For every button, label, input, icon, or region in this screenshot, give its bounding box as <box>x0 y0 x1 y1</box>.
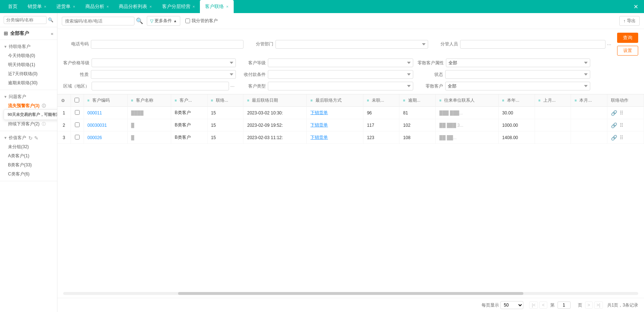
sort-icon-ld[interactable]: ≡ <box>247 98 249 102</box>
nature-select[interactable] <box>91 70 236 79</box>
person-input[interactable] <box>460 40 605 49</box>
payment-select[interactable] <box>268 70 413 79</box>
tab-purchase[interactable]: 进货单 × <box>51 0 80 13</box>
sort-icon-code[interactable]: ≡ <box>88 98 90 102</box>
table-settings-icon[interactable]: ⚙ <box>61 98 65 103</box>
price-level-select[interactable] <box>92 58 236 67</box>
select-all-checkbox[interactable] <box>75 98 79 102</box>
sidebar-item-overdue[interactable]: 逾期未联络(30) <box>0 78 57 88</box>
phone-input[interactable] <box>91 40 243 49</box>
sidebar-section-pending-title[interactable]: ▼ 待联络客户 <box>0 42 57 51</box>
sidebar-item-churn-warning[interactable]: 流失预警客户(3) ⓘ 90天未交易的客户，可能有流失风险。 <box>0 101 49 110</box>
row-link-icon-2[interactable]: 🔗 <box>611 135 617 141</box>
row-checkbox-2[interactable] <box>71 131 84 144</box>
col-select-all[interactable] <box>71 94 84 107</box>
tab-sales[interactable]: 销货单 × <box>23 0 51 13</box>
tab-customer-contact-close[interactable]: × <box>226 4 228 9</box>
horizontal-scrollbar[interactable] <box>63 292 638 295</box>
row-last-method-1[interactable]: 下销货单 <box>307 119 363 131</box>
sidebar-item-declining[interactable]: 持续下滑客户(2) ⓘ <box>0 119 57 129</box>
tab-product-analysis-close[interactable]: × <box>106 4 109 9</box>
scrollbar-thumb[interactable] <box>178 292 523 295</box>
my-customers-check-label[interactable]: 我分管的客户 <box>185 18 218 24</box>
next-page-button[interactable]: > <box>585 301 593 309</box>
sort-icon-lmo[interactable]: ≡ <box>539 98 541 102</box>
status-select[interactable] <box>445 70 590 79</box>
first-page-button[interactable]: |< <box>529 301 538 309</box>
sidebar-item-ungrouped[interactable]: 未分组(32) <box>0 142 57 151</box>
col-settings[interactable]: ⚙ <box>57 94 71 107</box>
sidebar-collapse-icon[interactable]: « <box>51 31 53 36</box>
tab-customer-tier[interactable]: 客户分层经营 × <box>157 0 200 13</box>
row-link-icon-0[interactable]: 🔗 <box>611 110 617 116</box>
row-code-1[interactable]: 00030031 <box>84 119 127 131</box>
page-number-input[interactable] <box>558 301 571 309</box>
row-checkbox-1[interactable] <box>71 119 84 131</box>
row-more-icon-1[interactable]: ⠿ <box>620 122 623 128</box>
sidebar-item-tomorrow[interactable]: 明天待联络(1) <box>0 60 57 69</box>
per-page-select[interactable]: 50 100 200 <box>500 301 523 309</box>
tab-purchase-close[interactable]: × <box>73 4 75 9</box>
region-more-icon[interactable]: ··· <box>229 83 236 89</box>
row-name-0: ████ <box>127 107 171 119</box>
sort-icon-cp[interactable]: ≡ <box>439 98 442 102</box>
sidebar-section-value-title[interactable]: ▼ 价值客户 ↻ ✎ <box>0 133 57 142</box>
sidebar-item-b-class[interactable]: B类客户(33) <box>0 161 57 170</box>
row-more-icon-0[interactable]: ⠿ <box>620 110 623 116</box>
sidebar-search-icon[interactable]: 🔍 <box>48 17 53 23</box>
sort-icon-od[interactable]: ≡ <box>403 98 405 102</box>
row-checkbox-0[interactable] <box>71 107 84 119</box>
customer-level-select[interactable] <box>268 58 413 67</box>
sort-icon-cc[interactable]: ≡ <box>211 98 213 102</box>
tab-sales-close[interactable]: × <box>44 4 46 9</box>
edit-icon[interactable]: ✎ <box>34 135 39 141</box>
tab-product-analysis[interactable]: 商品分析 × <box>80 0 114 13</box>
filter-search-button[interactable]: 🔍 <box>136 17 143 24</box>
scatter-select[interactable]: 全部 <box>445 82 590 90</box>
prev-page-button[interactable]: < <box>539 301 547 309</box>
row-code-0[interactable]: 000011 <box>84 107 127 119</box>
sort-icon-uc[interactable]: ≡ <box>367 98 369 102</box>
sidebar-section-problem: ▼ 问题客户 流失预警客户(3) ⓘ 90天未交易的客户，可能有流失风险。 已流… <box>0 90 57 131</box>
row-link-icon-1[interactable]: 🔗 <box>611 122 617 128</box>
refresh-icon[interactable]: ↻ <box>28 135 33 141</box>
row-last-method-2[interactable]: 下销货单 <box>307 131 363 144</box>
last-page-button[interactable]: >| <box>594 301 603 309</box>
more-conditions-button[interactable]: ▽ 更多条件 ▲ <box>147 16 180 26</box>
export-button[interactable]: ↑ 导出 <box>619 16 640 26</box>
settings-button[interactable]: 设置 <box>617 46 638 56</box>
row-last-method-0[interactable]: 下销货单 <box>307 107 363 119</box>
region-input[interactable] <box>92 82 229 90</box>
tab-product-list-close[interactable]: × <box>149 4 152 9</box>
tab-product-list[interactable]: 商品分析列表 × <box>114 0 157 13</box>
sort-icon-name[interactable]: ≡ <box>131 98 133 102</box>
row-company-contact-1: ██ ███ 3... <box>436 119 499 131</box>
tab-home[interactable]: 首页 <box>3 0 23 13</box>
sidebar-item-today[interactable]: 今天待联络(0) <box>0 51 57 60</box>
scatter-attr-select[interactable]: 全部 <box>446 58 590 67</box>
sort-icon-cm[interactable]: ≡ <box>575 98 577 102</box>
customer-type-select[interactable] <box>268 82 413 90</box>
sort-icon-type[interactable]: ≡ <box>175 98 177 102</box>
sidebar-all-customers[interactable]: ⊞ 全部客户 « <box>0 27 57 40</box>
person-more-icon[interactable]: ··· <box>605 41 613 47</box>
filter-field-payment: 收付款条件 <box>240 70 413 79</box>
my-customers-checkbox[interactable] <box>185 19 190 23</box>
sidebar-section-problem-title[interactable]: ▼ 问题客户 <box>0 92 57 101</box>
sidebar-search-input[interactable] <box>4 16 47 24</box>
sidebar-item-c-class[interactable]: C类客户(6) <box>0 170 57 179</box>
sidebar-item-a-class[interactable]: A类客户(1) <box>0 151 57 161</box>
sort-icon-yr[interactable]: ≡ <box>502 98 504 102</box>
tab-customer-contact[interactable]: 客户联络 × <box>200 0 233 13</box>
dept-select[interactable] <box>275 40 428 49</box>
row-code-2[interactable]: 000026 <box>84 131 127 144</box>
sidebar-item-7days[interactable]: 近7天待联络(0) <box>0 69 57 78</box>
filter-search-input[interactable] <box>62 17 134 25</box>
row-last-date-1: 2023-02-09 19:52: <box>243 119 307 131</box>
sort-icon-lm[interactable]: ≡ <box>310 98 313 102</box>
row-more-icon-2[interactable]: ⠿ <box>620 135 623 141</box>
query-button[interactable]: 查询 <box>617 33 638 43</box>
col-name-label: 客户名称 <box>136 98 153 103</box>
tab-customer-tier-close[interactable]: × <box>193 4 195 9</box>
window-close-button[interactable]: ✕ <box>631 3 641 10</box>
